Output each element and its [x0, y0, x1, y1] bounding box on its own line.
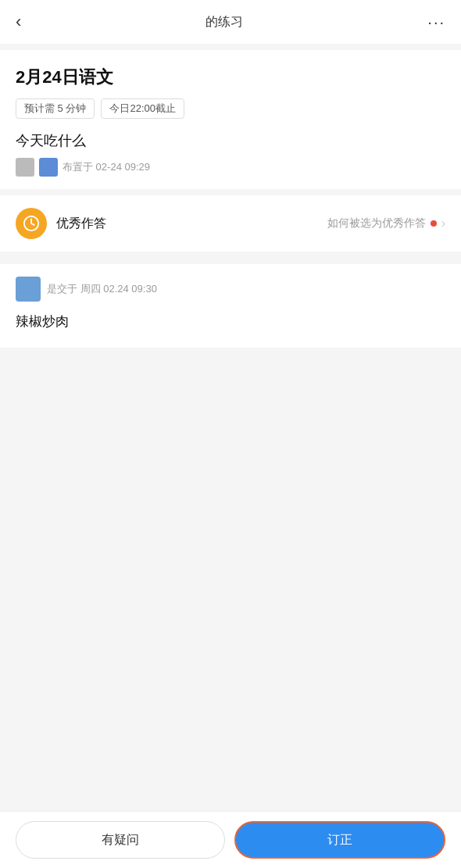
- correct-button[interactable]: 订正: [234, 821, 445, 859]
- excellent-section[interactable]: 优秀作答 如何被选为优秀作答 ›: [0, 195, 461, 252]
- gray-area: [0, 348, 461, 613]
- avatar-placeholder-2: [39, 158, 58, 177]
- answer-author-row: 是交于 周四 02.24 09:30: [16, 277, 445, 302]
- answer-content: 辣椒炒肉: [16, 311, 445, 332]
- more-button[interactable]: ···: [427, 13, 445, 31]
- answer-avatar: [16, 277, 41, 302]
- divider-1: [0, 189, 461, 195]
- excellent-icon: [16, 208, 47, 239]
- deadline-tag: 今日22:00截止: [101, 98, 184, 119]
- divider-2: [0, 252, 461, 258]
- excellent-left: 优秀作答: [16, 208, 106, 239]
- svg-line-2: [31, 223, 34, 225]
- author-info: 布置于 02-24 09:29: [63, 160, 150, 174]
- excellent-link: 如何被选为优秀作答: [327, 216, 426, 230]
- bottom-bar: 有疑问 订正: [0, 811, 461, 868]
- author-row: 布置于 02-24 09:29: [16, 158, 445, 177]
- red-dot-indicator: [431, 220, 437, 227]
- star-timer-icon: [23, 215, 40, 232]
- excellent-right[interactable]: 如何被选为优秀作答 ›: [327, 216, 445, 230]
- excellent-label: 优秀作答: [56, 216, 106, 232]
- back-button[interactable]: ‹: [16, 12, 21, 32]
- question-title: 今天吃什么: [16, 131, 445, 150]
- assignment-title: 2月24日语文: [16, 66, 445, 89]
- header: ‹ 的练习 ···: [0, 0, 461, 44]
- answer-meta: 是交于 周四 02.24 09:30: [47, 282, 157, 296]
- answer-section: 是交于 周四 02.24 09:30 辣椒炒肉: [0, 264, 461, 348]
- chevron-right-icon: ›: [441, 216, 445, 230]
- question-button[interactable]: 有疑问: [16, 821, 225, 859]
- header-title: 的练习: [205, 14, 243, 30]
- time-tag: 预计需 5 分钟: [16, 98, 95, 119]
- avatar-placeholder-1: [16, 158, 34, 177]
- main-card: 2月24日语文 预计需 5 分钟 今日22:00截止 今天吃什么 布置于 02-…: [0, 50, 461, 189]
- tags-row: 预计需 5 分钟 今日22:00截止: [16, 98, 445, 119]
